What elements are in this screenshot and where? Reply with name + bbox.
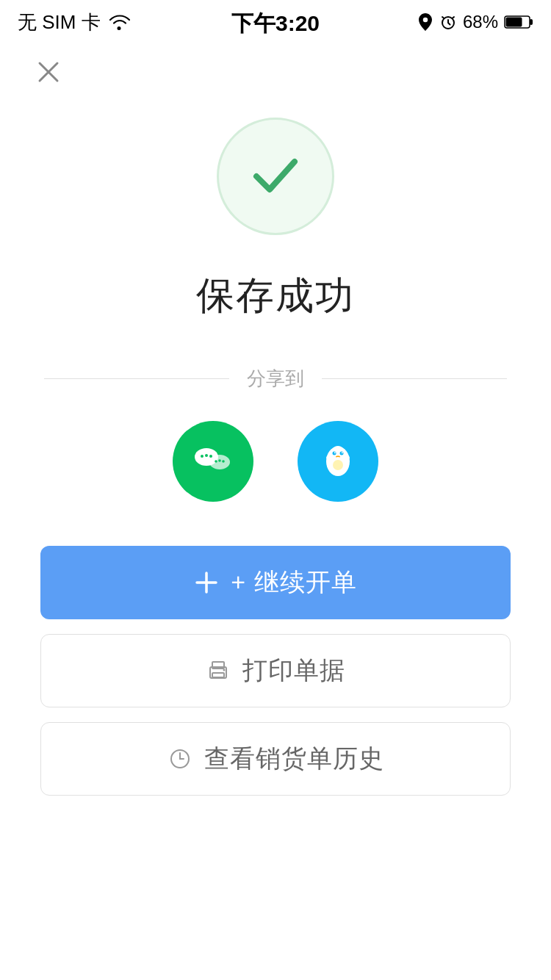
wechat-share-button[interactable]	[173, 421, 253, 502]
svg-point-19	[342, 452, 343, 453]
share-icons	[173, 421, 378, 502]
history-button[interactable]: 查看销货单历史	[40, 722, 511, 796]
wechat-icon	[188, 436, 238, 486]
status-bar: 无 SIM 卡 下午3:20 68%	[0, 0, 551, 44]
status-bar-left: 无 SIM 卡	[18, 10, 130, 35]
status-bar-right: 68%	[417, 12, 533, 32]
svg-point-30	[223, 669, 226, 671]
check-icon	[246, 145, 305, 207]
svg-point-11	[215, 460, 217, 463]
svg-point-10	[209, 455, 212, 458]
svg-point-8	[201, 455, 204, 458]
alarm-icon	[439, 13, 457, 31]
share-section: 分享到	[0, 366, 551, 502]
svg-point-16	[333, 452, 336, 455]
continue-order-button[interactable]: + 继续开单	[40, 546, 511, 619]
divider-line-left	[44, 378, 229, 379]
close-icon	[35, 59, 62, 85]
svg-point-18	[334, 452, 336, 453]
wifi-icon	[108, 14, 130, 30]
history-icon	[168, 746, 192, 771]
share-divider: 分享到	[0, 366, 551, 392]
divider-line-right	[322, 378, 507, 379]
svg-point-7	[209, 455, 230, 469]
qq-share-button[interactable]	[298, 421, 378, 502]
svg-point-13	[222, 460, 225, 463]
share-label: 分享到	[229, 366, 322, 392]
svg-point-12	[218, 459, 221, 462]
carrier-label: 无 SIM 卡	[18, 10, 101, 35]
svg-point-22	[333, 460, 343, 470]
continue-order-label: + 继续开单	[231, 566, 356, 599]
location-icon	[417, 12, 433, 32]
svg-point-17	[340, 452, 344, 455]
svg-rect-3	[506, 18, 522, 27]
svg-point-9	[205, 454, 208, 457]
success-title: 保存成功	[196, 270, 355, 322]
print-button[interactable]: 打印单据	[40, 634, 511, 707]
print-label: 打印单据	[242, 654, 345, 688]
svg-rect-2	[530, 19, 533, 25]
battery-icon	[504, 15, 533, 29]
plus-icon	[194, 570, 219, 595]
battery-label: 68%	[463, 12, 498, 32]
qq-icon	[313, 436, 363, 486]
main-content: 保存成功 分享到	[0, 44, 551, 796]
status-bar-time: 下午3:20	[231, 9, 320, 39]
success-circle	[217, 118, 334, 235]
close-button[interactable]	[29, 53, 68, 91]
printer-icon	[206, 658, 231, 683]
history-label: 查看销货单历史	[204, 742, 384, 776]
svg-rect-29	[212, 673, 224, 677]
action-buttons: + 继续开单 打印单据 查看销货单历史	[40, 546, 511, 796]
